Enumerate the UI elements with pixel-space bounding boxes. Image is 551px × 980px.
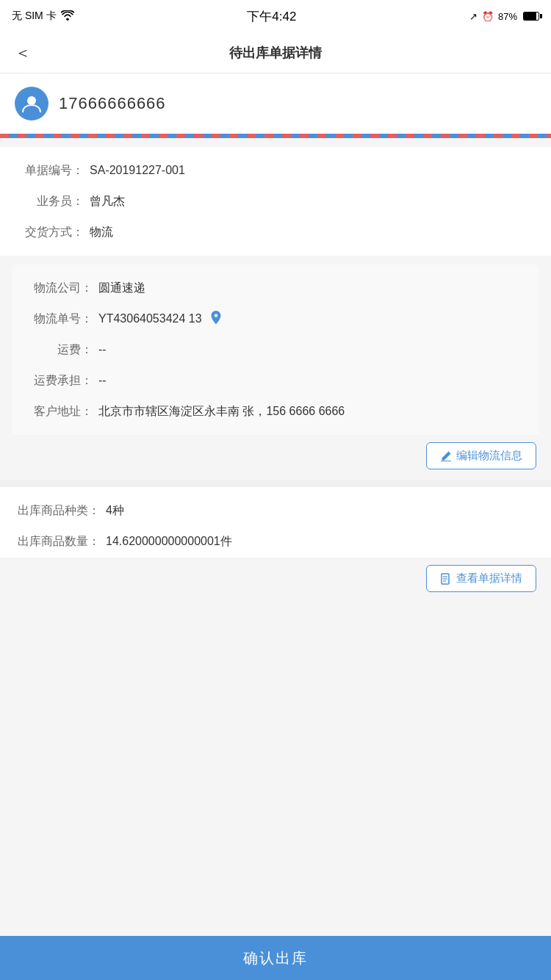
goods-quantity-row: 出库商品数量： 14.620000000000001件 [18, 533, 533, 550]
order-number-label: 单据编号： [18, 162, 84, 179]
salesperson-row: 业务员： 曾凡杰 [18, 192, 533, 210]
delivery-method-label: 交货方式： [18, 223, 84, 241]
order-number-value: SA-20191227-001 [90, 162, 533, 179]
goods-quantity-value: 14.620000000000001件 [106, 533, 533, 550]
back-button[interactable]: ＜ [15, 42, 44, 64]
edit-logistics-label: 编辑物流信息 [456, 449, 522, 463]
freight-bearer-value: -- [98, 372, 525, 389]
view-details-container: 查看单据详情 [0, 558, 551, 602]
delivery-method-value: 物流 [90, 223, 533, 241]
wifi-icon [61, 10, 74, 23]
tracking-label: 物流单号： [26, 310, 93, 328]
basic-info-section: 单据编号： SA-20191227-001 业务员： 曾凡杰 交货方式： 物流 [0, 147, 551, 256]
dashed-divider [0, 134, 551, 138]
edit-logistics-container: 编辑物流信息 [0, 435, 551, 480]
user-phone: 17666666666 [59, 94, 166, 113]
confirm-label: 确认出库 [243, 948, 308, 968]
status-right: ↗ ⏰ 87% [469, 11, 539, 22]
goods-quantity-label: 出库商品数量： [18, 533, 100, 550]
sim-status: 无 SIM 卡 [12, 10, 57, 23]
freight-row: 运费： -- [26, 341, 525, 359]
edit-icon [440, 450, 452, 462]
avatar [15, 87, 48, 120]
salesperson-value: 曾凡杰 [90, 192, 533, 210]
logistics-card: 物流公司： 圆通速递 物流单号： YT43064053424 13 运费： --… [12, 264, 539, 435]
document-icon [440, 573, 452, 585]
status-time: 下午4:42 [247, 8, 296, 25]
logistics-company-label: 物流公司： [26, 279, 93, 297]
alarm-icon: ⏰ [482, 11, 494, 22]
logistics-company-value: 圆通速递 [98, 279, 525, 297]
nav-bar: ＜ 待出库单据详情 [0, 32, 551, 73]
freight-bearer-row: 运费承担： -- [26, 372, 525, 389]
page-title: 待出库单据详情 [229, 44, 322, 62]
location-indicator: ↗ [469, 11, 478, 22]
logistics-company-row: 物流公司： 圆通速递 [26, 279, 525, 297]
address-value: 北京市市辖区海淀区永丰南 张，156 6666 6666 [98, 403, 525, 420]
goods-types-value: 4种 [106, 502, 533, 519]
freight-label: 运费： [26, 341, 93, 359]
view-details-label: 查看单据详情 [456, 572, 522, 586]
tracking-value-container: YT43064053424 13 [98, 310, 525, 328]
freight-bearer-label: 运费承担： [26, 372, 93, 389]
tracking-row: 物流单号： YT43064053424 13 [26, 310, 525, 328]
view-details-button[interactable]: 查看单据详情 [426, 565, 536, 592]
freight-value: -- [98, 341, 525, 359]
delivery-method-row: 交货方式： 物流 [18, 223, 533, 241]
tracking-number: YT43064053424 13 [98, 310, 202, 328]
svg-point-0 [27, 96, 36, 105]
address-row: 客户地址： 北京市市辖区海淀区永丰南 张，156 6666 6666 [26, 403, 525, 420]
battery-percent: 87% [498, 11, 517, 22]
status-bar: 无 SIM 卡 下午4:42 ↗ ⏰ 87% [0, 0, 551, 32]
confirm-bar[interactable]: 确认出库 [0, 936, 551, 980]
goods-section: 出库商品种类： 4种 出库商品数量： 14.620000000000001件 [0, 487, 551, 558]
edit-logistics-button[interactable]: 编辑物流信息 [426, 442, 536, 469]
goods-types-label: 出库商品种类： [18, 502, 100, 519]
salesperson-label: 业务员： [18, 192, 84, 210]
battery-icon [523, 12, 539, 21]
user-header: 17666666666 [0, 73, 551, 134]
address-label: 客户地址： [26, 403, 93, 420]
goods-types-row: 出库商品种类： 4种 [18, 502, 533, 519]
location-icon[interactable] [208, 311, 224, 327]
order-number-row: 单据编号： SA-20191227-001 [18, 162, 533, 179]
status-left: 无 SIM 卡 [12, 10, 74, 23]
section-separator-1 [0, 480, 551, 487]
bottom-area [0, 602, 551, 764]
